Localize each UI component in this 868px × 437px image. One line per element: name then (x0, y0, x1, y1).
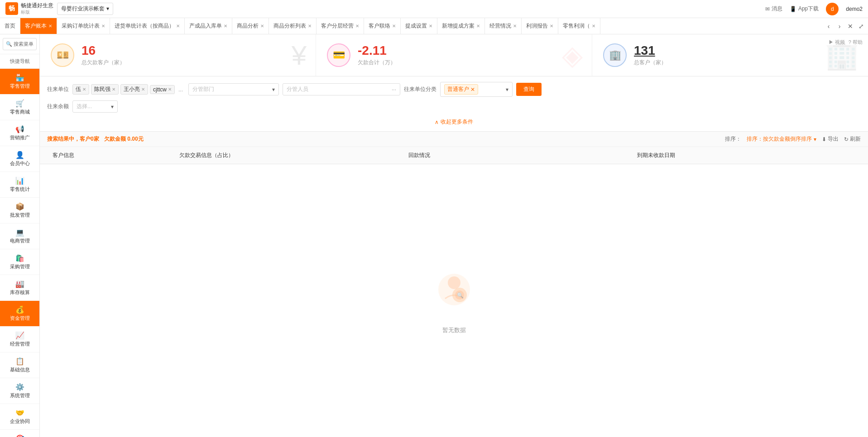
tab-purchase-summary[interactable]: 采购订单统计表 ✕ (57, 18, 110, 34)
refresh-btn[interactable]: ↻ 刷新 (844, 135, 861, 143)
tab-operations-close[interactable]: ✕ (513, 24, 517, 28)
total-debt-label: 欠款合计（万） (358, 59, 396, 66)
tab-profit-report[interactable]: 利润报告 ✕ (522, 18, 558, 34)
logo-icon: 畅 (5, 2, 18, 15)
total-customers-label: 总客户（家） (634, 59, 667, 66)
sort-arrow-icon: ▾ (814, 136, 816, 142)
unit-class-tag-normal[interactable]: 普通客户 ✕ (444, 84, 478, 95)
filter-row-2: 往来余额 选择... ▾ (47, 100, 861, 113)
unit-tag-wang[interactable]: 王小亮 ✕ (120, 84, 148, 95)
tab-new-promote-close[interactable]: ✕ (476, 24, 480, 28)
app-download-action[interactable]: 📱 App下载 (790, 5, 819, 13)
tab-product-analysis[interactable]: 商品分析 ✕ (232, 18, 269, 34)
sidebar-item-retail-mgmt[interactable]: 🏪 零售管理 (0, 69, 39, 95)
svg-point-1 (448, 276, 460, 289)
stat-card-total-customers: 🏢 131 总客户（家） 🏢 ▶ 视频 ? 帮助 (592, 34, 868, 76)
unit-tag-wang-close[interactable]: ✕ (141, 87, 145, 92)
filter-collapse-btn[interactable]: ∧ 收起更多条件 (47, 116, 861, 128)
tab-promote-settings[interactable]: 提成设置 ✕ (401, 18, 437, 34)
sort-select[interactable]: 排序：按欠款金额倒序排序 ▾ (747, 135, 816, 143)
top-bar-left: 畅 畅捷通好生意 标版 母婴行业演示帐套 ▾ (5, 2, 113, 15)
quick-nav-label: 快捷导航 (10, 58, 30, 64)
export-icon: ⬇ (822, 136, 826, 142)
debt-amount-text: 欠款金额 0.00元 (104, 136, 144, 142)
tab-product-analysis-list[interactable]: 商品分析列表 ✕ (269, 18, 317, 34)
sidebar-item-capital[interactable]: 💰 资金管理 (0, 301, 39, 327)
help-action[interactable]: ? 帮助 (849, 39, 863, 46)
tab-home[interactable]: 首页 (0, 18, 20, 34)
sidebar-item-member[interactable]: 👤 会员中心 (0, 146, 39, 172)
unit-tag-cjttcw-close[interactable]: ✕ (168, 87, 172, 92)
sidebar-item-ecommerce[interactable]: 💻 电商管理 (0, 223, 39, 249)
balance-label: 往来余额 (47, 103, 69, 110)
tab-profit-close[interactable]: ✕ (550, 24, 553, 28)
sidebar-item-enterprise-collab[interactable]: 🤝 企业协同 (0, 404, 39, 430)
unit-tag-wu[interactable]: 伍 ✕ (72, 84, 89, 95)
tab-production-close[interactable]: ✕ (224, 24, 227, 28)
dept-placeholder: 分管部门 (192, 86, 214, 93)
tab-customer-segment[interactable]: 客户分层经营 ✕ (317, 18, 364, 34)
tab-product-analysis-close[interactable]: ✕ (260, 24, 264, 28)
tab-operations[interactable]: 经营情况 ✕ (485, 18, 522, 34)
nav-close-all-btn[interactable]: ✕ (845, 21, 855, 31)
tab-customer-accounts[interactable]: 客户账本 ✕ (20, 18, 57, 34)
avatar[interactable]: d (826, 3, 839, 15)
nav-next-btn[interactable]: › (834, 21, 844, 31)
tab-purchase-stats[interactable]: 进货单统计表（按商品） ✕ (110, 18, 185, 34)
sidebar-item-ops-mgmt[interactable]: 📈 经营管理 (0, 327, 39, 352)
query-button[interactable]: 查询 (516, 83, 542, 96)
dept-select[interactable]: 分管部门 ▾ (188, 83, 279, 95)
sidebar-item-marketing[interactable]: 📢 营销推广 (0, 120, 39, 146)
money-icon: 💴 (57, 49, 69, 61)
balance-placeholder: 选择... (77, 103, 92, 110)
tab-retail-profit-label: 零售利润（ (563, 22, 590, 30)
nav-prev-btn[interactable]: ‹ (824, 21, 834, 31)
tab-retail-profit-close[interactable]: ✕ (592, 24, 595, 28)
nav-maximize-btn[interactable]: ⤢ (856, 21, 866, 31)
export-btn[interactable]: ⬇ 导出 (822, 135, 839, 143)
balance-select[interactable]: 选择... ▾ (72, 100, 118, 113)
tab-product-list-close[interactable]: ✕ (308, 24, 312, 28)
tab-new-promote[interactable]: 新增提成方案 ✕ (437, 18, 485, 34)
sidebar-item-system[interactable]: ⚙️ 系统管理 (0, 378, 39, 404)
unit-tag-chen-close[interactable]: ✕ (112, 87, 115, 92)
search-menu-button[interactable]: 🔍 搜索菜单 (3, 38, 37, 50)
tab-purchase-summary-close[interactable]: ✕ (101, 24, 105, 28)
video-action[interactable]: ▶ 视频 (829, 39, 845, 46)
tab-contact-close[interactable]: ✕ (392, 24, 396, 28)
unit-tag-wu-close[interactable]: ✕ (82, 87, 86, 92)
sidebar-item-inventory[interactable]: 🏭 库存核算 (0, 275, 39, 301)
sidebar-item-retail-mall[interactable]: 🛒 零售商城 (0, 95, 39, 120)
quick-nav-btn[interactable]: 快捷导航 (0, 54, 39, 69)
tab-customer-segment-close[interactable]: ✕ (355, 24, 359, 28)
tab-purchase-stats-close[interactable]: ✕ (176, 24, 180, 28)
sidebar-item-new-guide[interactable]: 🎯 新手引导 (0, 430, 39, 437)
unit-class-select[interactable]: 普通客户 ✕ ▾ (440, 82, 513, 97)
batch-mgmt-icon: 📦 (15, 202, 24, 211)
unit-class-tag-text: 普通客户 (447, 86, 469, 93)
sidebar-item-batch-mgmt[interactable]: 📦 批发管理 (0, 198, 39, 223)
refresh-icon: ↻ (844, 136, 849, 142)
sidebar-item-retail-stats[interactable]: 📊 零售统计 (0, 172, 39, 198)
tab-promote-close[interactable]: ✕ (429, 24, 432, 28)
sidebar-item-purchase[interactable]: 🛍️ 采购管理 (0, 249, 39, 275)
unit-tag-chen[interactable]: 陈民强 ✕ (91, 84, 119, 95)
tab-production-inbound[interactable]: 产成品入库单 ✕ (185, 18, 232, 34)
unit-class-tag-close[interactable]: ✕ (470, 86, 475, 93)
tab-retail-profit[interactable]: 零售利润（ ✕ (558, 18, 600, 34)
unit-tags-more[interactable]: ... (177, 86, 185, 94)
tab-customer-accounts-close[interactable]: ✕ (48, 24, 52, 28)
unit-tag-cjttcw-text: cjttcw (153, 86, 167, 93)
store-select[interactable]: 母婴行业演示帐套 ▾ (57, 3, 113, 15)
unit-tag-cjttcw[interactable]: cjttcw ✕ (150, 85, 175, 94)
person-select[interactable]: 分管人员 ··· (283, 83, 400, 95)
retail-stats-icon: 📊 (15, 176, 24, 185)
sidebar-item-basic-info[interactable]: 📋 基础信息 (0, 352, 39, 378)
building-icon: 🏢 (609, 49, 621, 61)
tab-customer-contact[interactable]: 客户联络 ✕ (364, 18, 401, 34)
empty-icon: 🔍 (432, 267, 477, 321)
message-label: 消息 (772, 5, 782, 13)
toolbar-right: 排序： 排序：按欠款金额倒序排序 ▾ ⬇ 导出 ↻ 刷新 (725, 135, 861, 143)
unit-filter-tags: 伍 ✕ 陈民强 ✕ 王小亮 ✕ cjttcw ✕ ... (72, 84, 185, 95)
message-action[interactable]: ✉ 消息 (765, 5, 782, 13)
